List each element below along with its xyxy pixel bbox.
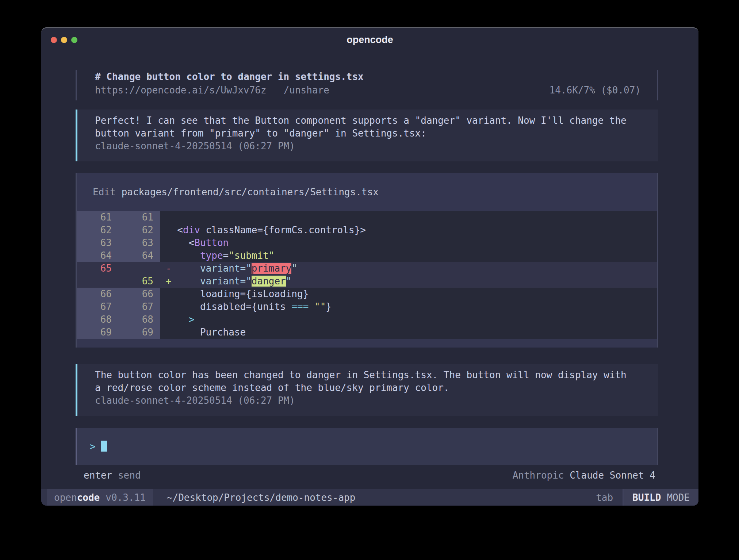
hint-row: enter send Anthropic Claude Sonnet 4 [76,469,658,482]
edit-tool-card: Edit packages/frontend/src/containers/Se… [76,173,658,348]
mode-label-primary: BUILD [632,492,661,503]
diff-row: 65- variant="primary" [77,262,657,275]
diff-row: 6767 disabled={units === ""} [77,300,657,313]
diff-line-number-old: 69 [77,326,118,339]
app-version-chip: opencodev0.3.11 [47,489,153,506]
diff-line-number-new: 66 [118,288,160,300]
prompt-caret: > [90,441,96,452]
send-hint-key: enter [84,470,112,481]
window-title: opencode [346,34,393,46]
status-bar-spacer [355,489,596,506]
message-meta: claude-sonnet-4-20250514 (06:27 PM) [95,394,642,407]
unshare-command[interactable]: /unshare [284,85,329,96]
diff-footer [77,339,657,348]
opencode-window: opencode # Change button color to danger… [41,27,698,506]
mode-label-secondary: MODE [667,492,690,503]
diff-code-line: loading={isLoading} [160,288,657,300]
diff-line-number-old [77,275,118,288]
minimize-button[interactable] [61,37,67,43]
tool-name: Edit [93,187,116,197]
diff-body: 61616262 <div className={formCs.controls… [77,211,657,339]
text-cursor [101,441,107,452]
diff-code-line: Purchase [160,326,657,339]
diff-line-number-new: 65 [118,275,160,288]
diff-line-number-new: 62 [118,224,160,237]
session-header: # Change button color to danger in setti… [76,70,658,100]
context-stats: 14.6K/7% ($0.07) [550,84,641,97]
diff-line-number-new: 69 [118,326,160,339]
diff-line-number-old: 65 [77,262,118,275]
diff-row: 6464 type="submit" [77,249,657,262]
diff-line-number-old: 61 [77,211,118,224]
diff-line-number-new: 63 [118,237,160,249]
message-meta: claude-sonnet-4-20250514 (06:27 PM) [95,140,642,153]
diff-line-number-old: 67 [77,300,118,313]
diff-line-number-new: 68 [118,313,160,326]
diff-line-number-old: 66 [77,288,118,300]
model-name: Claude Sonnet 4 [570,470,655,481]
diff-code-line: + variant="danger" [160,275,657,288]
diff-line-number-old: 64 [77,249,118,262]
message-line: Perfect! I can see that the Button compo… [95,114,642,127]
assistant-message: Perfect! I can see that the Button compo… [76,110,658,161]
diff-code-line: - variant="primary" [160,262,657,275]
diff-code-line: > [160,313,657,326]
diff-row: 6868 > [77,313,657,326]
tab-key-hint: tab [596,489,613,506]
diff-code-line: disabled={units === ""} [160,300,657,313]
titlebar[interactable]: opencode [41,28,698,51]
edited-file-path: packages/frontend/src/containers/Setting… [122,187,379,197]
diff-row: 6161 [77,211,657,224]
message-line: a red/rose color scheme instead of the b… [95,381,642,394]
diff-line-number-new [118,262,160,275]
diff-line-number-new: 67 [118,300,160,313]
message-line: The button color has been changed to dan… [95,369,642,381]
diff-line-number-old: 63 [77,237,118,249]
send-hint: enter send [84,469,141,482]
app-version: v0.3.11 [106,492,146,503]
diff-row: 6666 loading={isLoading} [77,288,657,300]
message-line: button variant from "primary" to "danger… [95,127,642,140]
traffic-lights [51,28,77,51]
diff-line-number-old: 62 [77,224,118,237]
share-url-link[interactable]: https://opencode.ai/s/UwJxv76z [95,85,267,96]
mode-chip[interactable]: BUILDMODE [624,489,698,506]
diff-code-line: type="submit" [160,249,657,262]
app-name-bold: code [77,492,100,503]
zoom-button[interactable] [71,37,77,43]
session-title: # Change button color to danger in setti… [95,70,657,84]
status-bar: opencodev0.3.11 ~/Desktop/Projects/demo-… [41,489,698,506]
diff-line-number-old: 68 [77,313,118,326]
working-directory: ~/Desktop/Projects/demo-notes-app [167,489,356,506]
diff-line-number-new: 64 [118,249,160,262]
session-view: # Change button color to danger in setti… [41,70,698,482]
diff-line-number-new: 61 [118,211,160,224]
close-button[interactable] [51,37,57,43]
diff-row: 6262 <div className={formCs.controls}> [77,224,657,237]
diff-row: 6969 Purchase [77,326,657,339]
prompt-input[interactable]: > [76,428,658,465]
assistant-message: The button color has been changed to dan… [76,364,658,416]
diff-code-line: <Button [160,237,657,249]
diff-code-line: <div className={formCs.controls}> [160,224,657,237]
model-indicator: Anthropic Claude Sonnet 4 [513,469,655,482]
send-hint-action: send [118,470,141,481]
model-provider: Anthropic [513,470,564,481]
diff-code-line [160,211,657,224]
diff-row: 65+ variant="danger" [77,275,657,288]
edit-tool-header: Edit packages/frontend/src/containers/Se… [77,173,657,211]
app-name-normal: open [54,492,77,503]
diff-row: 6363 <Button [77,237,657,249]
